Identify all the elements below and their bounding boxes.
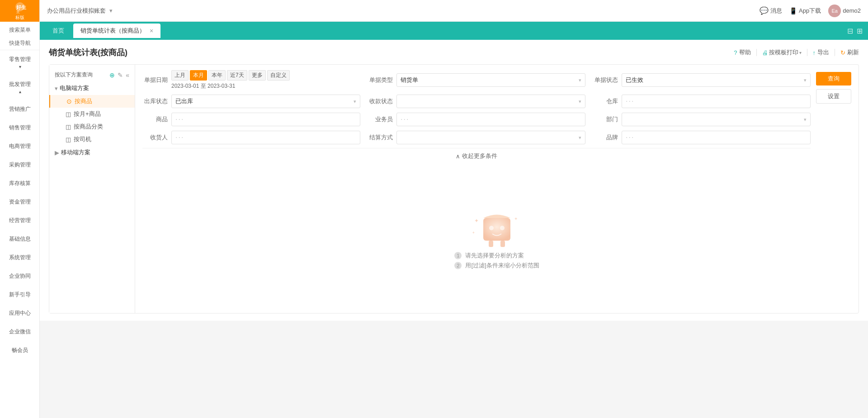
svg-rect-7 <box>500 241 505 247</box>
minimize-icon[interactable]: ⊟ <box>847 27 853 35</box>
warehouse-label: 仓库 <box>593 97 618 105</box>
btn-this-year[interactable]: 本年 <box>208 70 226 81</box>
tab-bar: 首页 销货单统计表（按商品） × ⊟ ⊞ <box>40 22 868 40</box>
collapse-icon: ∧ <box>456 153 460 160</box>
add-scheme-btn[interactable]: ⊕ <box>109 71 115 79</box>
filter-brand: 品牌 ··· <box>593 131 811 144</box>
out-status-control[interactable]: 已出库 ▾ <box>171 95 360 108</box>
filter-row-4: 收货人 ··· 结算方式 <box>142 131 811 144</box>
nav-wholesale-arrow: ▴ <box>19 89 21 94</box>
nav-retail-arrow: ▾ <box>19 64 21 69</box>
mobile-group-expand-icon: ▶ <box>55 149 59 156</box>
by-month-product-icon: ◫ <box>66 111 71 118</box>
btn-this-month[interactable]: 本月 <box>190 70 207 81</box>
receiver-placeholder: ··· <box>175 133 356 142</box>
tree-item-by-product-category[interactable]: ◫ 按商品分类 <box>49 120 135 133</box>
settings-button[interactable]: 设置 <box>816 89 851 104</box>
svg-point-5 <box>500 226 505 230</box>
nav-operation[interactable]: 经营管理 <box>0 211 39 230</box>
refresh-btn[interactable]: ↻ 刷新 <box>840 48 859 57</box>
settlement-control[interactable]: ▾ <box>396 131 585 144</box>
nav-wholesale[interactable]: 批发管理 ▴ <box>0 75 39 100</box>
nav-sales-mgmt[interactable]: 销售管理 <box>0 119 39 137</box>
by-cashier-icon: ◫ <box>66 136 71 143</box>
bill-status-value: 已生效 <box>626 76 804 84</box>
tree-item-by-cashier[interactable]: ◫ 按司机 <box>49 133 135 146</box>
username: demo2 <box>843 7 861 14</box>
message-icon: 💬 <box>760 6 769 15</box>
nav-newbie[interactable]: 新手引导 <box>0 285 39 304</box>
nav-member[interactable]: 畅会员 <box>0 341 39 360</box>
brand-control[interactable]: ··· <box>622 131 811 144</box>
refresh-label: 刷新 <box>847 48 859 57</box>
content-area: 销货单统计表(按商品) ? 帮助 🖨 按模板打印 ▾ ↑ <box>40 40 868 418</box>
quick-nav-item[interactable]: 快捷导航 <box>0 37 39 50</box>
warehouse-control[interactable]: ··· <box>622 95 811 108</box>
desktop-group[interactable]: ▾ 电脑端方案 <box>49 81 135 95</box>
product-control[interactable]: ··· <box>171 113 360 126</box>
bill-type-dropdown-icon: ▾ <box>579 77 581 83</box>
date-label: 单据日期 <box>142 76 168 84</box>
bill-type-control[interactable]: 销货单 ▾ <box>396 73 585 87</box>
nav-member-label: 畅会员 <box>2 347 38 354</box>
btn-prev-month[interactable]: 上月 <box>171 70 189 81</box>
btn-more[interactable]: 更多 <box>249 70 266 81</box>
nav-marketing[interactable]: 营销推广 <box>0 100 39 119</box>
nav-app-center[interactable]: 应用中心 <box>0 304 39 323</box>
tab-close-btn[interactable]: × <box>150 27 153 34</box>
nav-finance[interactable]: 资金管理 <box>0 193 39 211</box>
by-month-product-label: 按月+商品 <box>74 110 101 118</box>
template-print-arrow[interactable]: ▾ <box>799 50 802 55</box>
product-label: 商品 <box>142 115 168 124</box>
settlement-dropdown-icon: ▾ <box>579 135 581 141</box>
salesperson-label: 业务员 <box>368 115 393 124</box>
query-button[interactable]: 查询 <box>816 72 851 86</box>
nav-ecommerce[interactable]: 电商管理 <box>0 137 39 156</box>
nav-system[interactable]: 系统管理 <box>0 248 39 267</box>
topbar-left: 办公用品行业模拟账套 ▾ <box>47 7 113 15</box>
btn-last7days[interactable]: 近7天 <box>227 70 247 81</box>
message-btn[interactable]: 💬 消息 <box>760 6 782 15</box>
nav-enterprise-wechat[interactable]: 企业微信 <box>0 323 39 341</box>
filter-row-2: 出库状态 已出库 ▾ 收款状态 <box>142 95 811 108</box>
btn-custom[interactable]: 自定义 <box>267 70 290 81</box>
app-download-label: App下载 <box>799 7 821 15</box>
query-btn-area: 查询 设置 <box>811 70 851 104</box>
company-dropdown-icon[interactable]: ▾ <box>109 7 113 14</box>
edit-scheme-btn[interactable]: ✎ <box>118 71 123 79</box>
svg-rect-3 <box>483 218 510 241</box>
bill-status-control[interactable]: 已生效 ▾ <box>622 73 811 87</box>
tree-item-by-product[interactable]: ⊙ 按商品 <box>49 95 135 108</box>
nav-inventory[interactable]: 库存核算 <box>0 174 39 193</box>
window-controls: ⊟ ⊞ <box>847 27 863 35</box>
avatar: Ea <box>828 5 841 17</box>
tree-item-by-month-product[interactable]: ◫ 按月+商品 <box>49 108 135 120</box>
logo[interactable]: 好生 意 标版 <box>0 0 39 22</box>
collapse-bar[interactable]: ∧ 收起更多条件 <box>142 148 811 164</box>
template-print-label: 按模板打印 <box>769 48 798 57</box>
nav-purchase[interactable]: 采购管理 <box>0 156 39 174</box>
nav-marketing-label: 营销推广 <box>2 105 38 113</box>
nav-enterprise[interactable]: 企业协同 <box>0 267 39 285</box>
export-btn[interactable]: ↑ 导出 <box>813 48 830 57</box>
app-download-btn[interactable]: 📱 App下载 <box>789 7 821 15</box>
department-control[interactable]: ▾ <box>622 113 811 126</box>
user-profile[interactable]: Ea demo2 <box>828 5 861 17</box>
maximize-icon[interactable]: ⊞ <box>857 27 863 35</box>
receiver-control[interactable]: ··· <box>171 131 360 144</box>
tab-sales-stat[interactable]: 销货单统计表（按商品） × <box>73 24 160 38</box>
nav-retail[interactable]: 零售管理 ▾ <box>0 50 39 75</box>
mobile-group[interactable]: ▶ 移动端方案 <box>49 146 135 159</box>
template-print-btn[interactable]: 🖨 按模板打印 ▾ <box>762 48 802 57</box>
salesperson-control[interactable]: ··· <box>396 113 585 126</box>
payment-status-control[interactable]: ▾ <box>396 95 585 108</box>
bill-type-label: 单据类型 <box>368 76 393 84</box>
svg-text:✦: ✦ <box>514 216 518 221</box>
help-btn[interactable]: ? 帮助 <box>734 48 750 57</box>
bill-status-label: 单据状态 <box>593 76 618 84</box>
tab-home[interactable]: 首页 <box>45 24 71 38</box>
search-menu-item[interactable]: 搜索菜单 <box>0 22 39 37</box>
collapse-panel-btn[interactable]: « <box>126 71 129 79</box>
filter-warehouse: 仓库 ··· <box>593 95 811 108</box>
nav-basic-info[interactable]: 基础信息 <box>0 230 39 248</box>
